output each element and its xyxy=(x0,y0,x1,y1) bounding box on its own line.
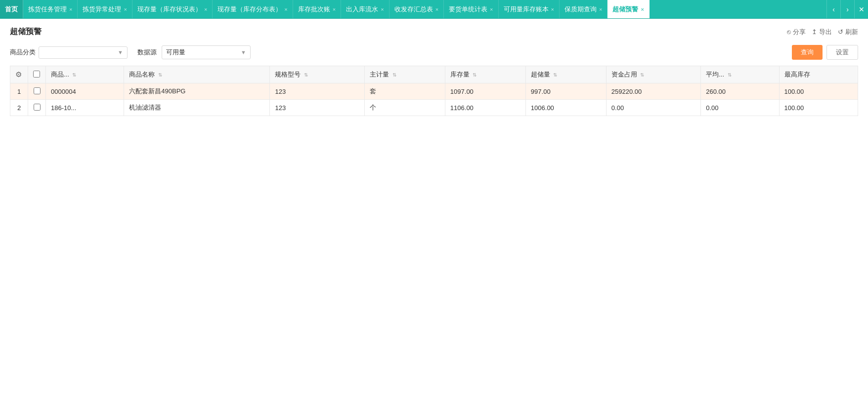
tab-label: 拣货异常处理 xyxy=(83,5,121,14)
header-actions: ⎋ 分享 ↥ 导出 ↺ 刷新 xyxy=(787,28,858,37)
tab-close-tab-1[interactable]: × xyxy=(69,6,72,12)
tab-close-tab-2[interactable]: × xyxy=(124,6,127,12)
th-product-code[interactable]: 商品... ⇅ xyxy=(46,66,124,83)
refresh-icon: ↺ xyxy=(838,28,843,36)
table-row[interactable]: 2 186-10... 机油滤清器 123 个 1106.00 1006.00 … xyxy=(10,100,858,116)
th-gear[interactable]: ⚙ xyxy=(10,66,28,83)
datasource-value: 可用量 xyxy=(166,48,185,57)
filter-row: 商品分类 ▼ 数据源 可用量 ▼ 查询 设置 xyxy=(10,45,858,60)
tab-label: 收发存汇总表 xyxy=(394,5,433,14)
sort-icon-capital: ⇅ xyxy=(640,72,644,78)
nav-tab-tab-2[interactable]: 拣货异常处理× xyxy=(78,0,132,18)
nav-tab-tab-7[interactable]: 收发存汇总表× xyxy=(390,0,444,18)
settings-button[interactable]: 设置 xyxy=(826,45,858,60)
th-product-name[interactable]: 商品名称 ⇅ xyxy=(124,66,270,83)
th-product-code-label: 商品... xyxy=(51,71,69,78)
th-capital-label: 资金占用 xyxy=(611,71,637,78)
td-spec: 123 xyxy=(270,83,364,100)
tab-label: 拣货任务管理 xyxy=(28,5,67,14)
product-category-value xyxy=(43,49,45,56)
nav-tab-tab-9[interactable]: 可用量库存账本× xyxy=(499,0,560,18)
datasource-group: 数据源 可用量 ▼ xyxy=(137,45,251,59)
nav-tab-tab-4[interactable]: 现存量（库存分布表）× xyxy=(213,0,293,18)
sort-icon-overstock: ⇅ xyxy=(553,72,557,78)
nav-tab-tab-8[interactable]: 要货单统计表× xyxy=(444,0,498,18)
th-product-name-label: 商品名称 xyxy=(129,71,155,78)
th-checkbox[interactable] xyxy=(28,66,46,83)
th-spec[interactable]: 规格型号 ⇅ xyxy=(270,66,364,83)
export-label: 导出 xyxy=(819,28,832,37)
td-product-name: 机油滤清器 xyxy=(124,100,270,116)
tab-close-tab-6[interactable]: × xyxy=(381,6,384,12)
product-category-group: 商品分类 ▼ xyxy=(10,46,128,59)
tab-close-tab-11[interactable]: × xyxy=(641,6,644,12)
sort-icon-avg: ⇅ xyxy=(728,72,732,78)
refresh-label: 刷新 xyxy=(845,28,858,37)
topbar: 首页 拣货任务管理×拣货异常处理×现存量（库存状况表）×现存量（库存分布表）×库… xyxy=(0,0,868,19)
tab-label: 要货单统计表 xyxy=(449,5,487,14)
nav-close-btn[interactable]: ✕ xyxy=(854,0,868,19)
home-label: 首页 xyxy=(5,5,18,14)
filter-buttons: 查询 设置 xyxy=(792,45,858,60)
row-checkbox[interactable] xyxy=(34,87,41,94)
tab-label: 保质期查询 xyxy=(564,5,597,14)
category-dropdown-icon: ▼ xyxy=(118,49,123,55)
nav-home[interactable]: 首页 xyxy=(0,0,23,18)
page-header: 超储预警 ⎋ 分享 ↥ 导出 ↺ 刷新 xyxy=(10,27,858,37)
tab-close-tab-3[interactable]: × xyxy=(204,6,207,12)
tab-close-tab-4[interactable]: × xyxy=(284,6,287,12)
page-title: 超储预警 xyxy=(10,27,42,37)
td-avg: 260.00 xyxy=(701,83,779,100)
td-unit: 个 xyxy=(364,100,445,116)
th-overstock[interactable]: 超储量 ⇅ xyxy=(525,66,606,83)
datasource-select[interactable]: 可用量 ▼ xyxy=(162,45,251,59)
td-spec: 123 xyxy=(270,100,364,116)
share-btn[interactable]: ⎋ 分享 xyxy=(787,28,806,37)
export-btn[interactable]: ↥ 导出 xyxy=(812,28,832,37)
nav-tab-tab-5[interactable]: 库存批次账× xyxy=(293,0,341,18)
table-row[interactable]: 1 0000004 六配套新昌490BPG 123 套 1097.00 997.… xyxy=(10,83,858,100)
refresh-btn[interactable]: ↺ 刷新 xyxy=(838,28,858,37)
query-button[interactable]: 查询 xyxy=(792,45,823,60)
datasource-label: 数据源 xyxy=(137,48,157,57)
th-overstock-label: 超储量 xyxy=(531,71,550,78)
nav-tab-tab-10[interactable]: 保质期查询× xyxy=(560,0,608,18)
tab-close-tab-5[interactable]: × xyxy=(333,6,336,12)
page-content: 超储预警 ⎋ 分享 ↥ 导出 ↺ 刷新 商品分类 ▼ 数据源 xyxy=(0,19,868,395)
nav-tab-tab-6[interactable]: 出入库流水× xyxy=(341,0,389,18)
th-spec-label: 规格型号 xyxy=(275,71,301,78)
nav-arrows: ‹ › ✕ xyxy=(826,0,868,19)
tab-close-tab-7[interactable]: × xyxy=(435,6,438,12)
td-checkbox[interactable] xyxy=(28,100,46,116)
tab-label: 可用量库存账本 xyxy=(504,5,549,14)
th-stock[interactable]: 库存量 ⇅ xyxy=(445,66,525,83)
tab-close-tab-10[interactable]: × xyxy=(599,6,602,12)
row-checkbox[interactable] xyxy=(34,104,41,111)
th-capital[interactable]: 资金占用 ⇅ xyxy=(606,66,700,83)
td-checkbox[interactable] xyxy=(28,83,46,100)
tab-close-tab-8[interactable]: × xyxy=(490,6,493,12)
nav-tab-tab-11[interactable]: 超储预警× xyxy=(608,0,649,18)
share-label: 分享 xyxy=(793,28,806,37)
th-max-stock-label: 最高库存 xyxy=(784,71,810,78)
product-category-select[interactable]: ▼ xyxy=(39,46,128,59)
datasource-dropdown-icon: ▼ xyxy=(241,49,246,55)
tab-label: 现存量（库存状况表） xyxy=(137,5,202,14)
select-all-checkbox[interactable] xyxy=(33,71,40,78)
product-category-label: 商品分类 xyxy=(10,48,36,57)
tab-close-tab-9[interactable]: × xyxy=(551,6,554,12)
td-max-stock: 100.00 xyxy=(779,100,858,116)
td-max-stock: 100.00 xyxy=(779,83,858,100)
th-avg-label: 平均... xyxy=(706,71,724,78)
sort-icon-product-name: ⇅ xyxy=(158,72,162,78)
th-max-stock: 最高库存 xyxy=(779,66,858,83)
nav-tab-tab-1[interactable]: 拣货任务管理× xyxy=(23,0,78,18)
th-avg[interactable]: 平均... ⇅ xyxy=(701,66,779,83)
nav-tab-tab-3[interactable]: 现存量（库存状况表）× xyxy=(132,0,213,18)
th-unit[interactable]: 主计量 ⇅ xyxy=(364,66,445,83)
nav-next-btn[interactable]: › xyxy=(840,0,854,19)
nav-prev-btn[interactable]: ‹ xyxy=(826,0,840,19)
td-product-code: 0000004 xyxy=(46,83,124,100)
gear-icon[interactable]: ⚙ xyxy=(15,70,22,79)
export-icon: ↥ xyxy=(812,28,817,36)
